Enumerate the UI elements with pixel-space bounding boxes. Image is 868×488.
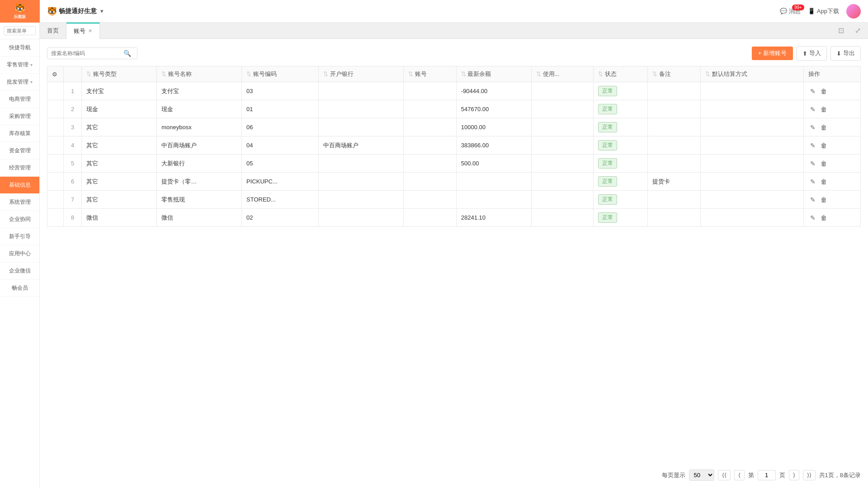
tab-expand-button[interactable]: ⤢ <box>851 25 864 36</box>
edit-button[interactable]: ✎ <box>808 177 817 186</box>
sort-icon: ⇅ <box>246 70 251 77</box>
sidebar-item-app-center[interactable]: 应用中心 <box>0 245 39 263</box>
col-settings[interactable]: ⚙ <box>47 66 64 82</box>
sidebar-item-basic-info[interactable]: 基础信息 <box>0 177 39 194</box>
row-num: 2 <box>64 100 82 118</box>
row-code: 03 <box>242 82 319 100</box>
sort-icon: ⇅ <box>161 70 166 77</box>
sidebar-item-inventory[interactable]: 库存核算 <box>0 125 39 142</box>
export-button[interactable]: ⬇ 导出 <box>830 46 861 61</box>
col-balance-label: 最新余额 <box>467 70 491 77</box>
sidebar-item-ecommerce[interactable]: 电商管理 <box>0 91 39 108</box>
col-default-settle[interactable]: ⇅ 默认结算方式 <box>700 66 803 82</box>
row-actions: ✎ 🗑 <box>803 209 860 227</box>
row-bank <box>319 82 404 100</box>
page-next-button[interactable]: ⟩ <box>789 470 799 480</box>
tab-minimize-button[interactable]: ⊡ <box>835 25 848 36</box>
delete-button[interactable]: 🗑 <box>819 177 829 186</box>
row-settings <box>47 173 64 191</box>
user-avatar[interactable] <box>846 4 861 19</box>
col-usage[interactable]: ⇅ 使用... <box>532 66 594 82</box>
delete-button[interactable]: 🗑 <box>819 213 829 222</box>
delete-button[interactable]: 🗑 <box>819 105 829 114</box>
search-input[interactable] <box>51 50 123 56</box>
brand-name: 畅捷通好生意 <box>59 7 97 15</box>
table-row: 2 现金 现金 01 547670.00 正常 ✎ 🗑 <box>47 100 861 118</box>
sidebar-item-system[interactable]: 系统管理 <box>0 194 39 211</box>
status-badge: 正常 <box>598 122 617 132</box>
content-toolbar: 🔍 + 新增账号 ⬆ 导入 ⬇ 导出 <box>47 46 861 61</box>
sort-icon: ⇅ <box>408 70 413 77</box>
sidebar-item-wholesale[interactable]: 批发管理 ▾ <box>0 74 39 91</box>
delete-button[interactable]: 🗑 <box>819 195 829 204</box>
edit-button[interactable]: ✎ <box>808 213 817 222</box>
page-prev-button[interactable]: ⟨ <box>734 470 745 480</box>
row-actions: ✎ 🗑 <box>803 191 860 209</box>
row-status: 正常 <box>594 100 648 118</box>
messages-button[interactable]: 💬 消息 99+ <box>780 7 801 15</box>
delete-button[interactable]: 🗑 <box>819 141 829 150</box>
row-account <box>403 118 456 136</box>
sidebar-item-operations[interactable]: 经营管理 <box>0 160 39 177</box>
page-last-button[interactable]: ⟩⟩ <box>803 470 816 480</box>
row-code: 06 <box>242 118 319 136</box>
tab-close-icon[interactable]: ✕ <box>88 28 92 34</box>
import-icon: ⬆ <box>802 50 807 57</box>
tab-account[interactable]: 账号 ✕ <box>66 23 100 39</box>
col-bank[interactable]: ⇅ 开户银行 <box>319 66 404 82</box>
sidebar-item-label: 经营管理 <box>9 164 31 171</box>
edit-button[interactable]: ✎ <box>808 195 817 204</box>
col-code[interactable]: ⇅ 账号编码 <box>242 66 319 82</box>
page-first-button[interactable]: ⟨⟨ <box>718 470 731 480</box>
row-usage <box>532 136 594 155</box>
page-input[interactable] <box>758 470 776 480</box>
sidebar-item-purchase[interactable]: 采购管理 <box>0 108 39 125</box>
messages-badge: 99+ <box>792 5 804 10</box>
tab-home[interactable]: 首页 <box>40 23 66 39</box>
row-type: 现金 <box>82 100 157 118</box>
row-code: PICKUPC... <box>242 173 319 191</box>
sidebar-item-guide[interactable]: 新手引导 <box>0 228 39 245</box>
col-balance[interactable]: ⇅ 最新余额 <box>456 66 531 82</box>
col-type[interactable]: ⇅ 账号类型 <box>82 66 157 82</box>
edit-button[interactable]: ✎ <box>808 105 817 114</box>
sidebar-item-members[interactable]: 畅会员 <box>0 280 39 297</box>
sidebar-item-enterprise[interactable]: 企业协同 <box>0 211 39 228</box>
import-button[interactable]: ⬆ 导入 <box>797 46 827 61</box>
col-name[interactable]: ⇅ 账号名称 <box>157 66 242 82</box>
tab-home-label: 首页 <box>47 27 59 35</box>
sidebar-item-retail[interactable]: 零售管理 ▾ <box>0 56 39 74</box>
sidebar-item-finance[interactable]: 资金管理 <box>0 142 39 160</box>
edit-button[interactable]: ✎ <box>808 159 817 168</box>
sidebar-item-shortcuts[interactable]: 快捷导航 <box>0 39 39 56</box>
delete-button[interactable]: 🗑 <box>819 123 829 132</box>
table-row: 6 其它 提货卡（零… PICKUPC... 正常 提货卡 ✎ 🗑 <box>47 173 861 191</box>
topbar-dropdown[interactable]: ▾ <box>100 8 104 14</box>
edit-button[interactable]: ✎ <box>808 141 817 150</box>
col-status[interactable]: ⇅ 状态 <box>594 66 648 82</box>
delete-button[interactable]: 🗑 <box>819 159 829 168</box>
row-status: 正常 <box>594 136 648 155</box>
status-badge: 正常 <box>598 86 617 96</box>
delete-button[interactable]: 🗑 <box>819 87 829 96</box>
page-content: 🔍 + 新增账号 ⬆ 导入 ⬇ 导出 ⚙ <box>40 39 868 488</box>
row-default-settle <box>700 136 803 155</box>
per-page-select[interactable]: 50 20 100 <box>689 469 714 481</box>
sidebar-search-input[interactable] <box>4 26 36 35</box>
search-icon[interactable]: 🔍 <box>123 50 131 57</box>
edit-button[interactable]: ✎ <box>808 87 817 96</box>
row-remark <box>648 118 701 136</box>
col-remark[interactable]: ⇅ 备注 <box>648 66 701 82</box>
col-account[interactable]: ⇅ 账号 <box>403 66 456 82</box>
row-account <box>403 191 456 209</box>
sidebar-search-container <box>0 23 39 39</box>
add-account-button[interactable]: + 新增账号 <box>752 47 793 60</box>
row-code: STORED... <box>242 191 319 209</box>
status-badge: 正常 <box>598 104 617 114</box>
sidebar-item-wechat-work[interactable]: 企业微信 <box>0 263 39 280</box>
edit-button[interactable]: ✎ <box>808 123 817 132</box>
settings-icon[interactable]: ⚙ <box>52 71 57 78</box>
app-download-button[interactable]: 📱 App下载 <box>808 7 839 15</box>
row-num: 5 <box>64 155 82 173</box>
col-account-label: 账号 <box>415 70 427 77</box>
